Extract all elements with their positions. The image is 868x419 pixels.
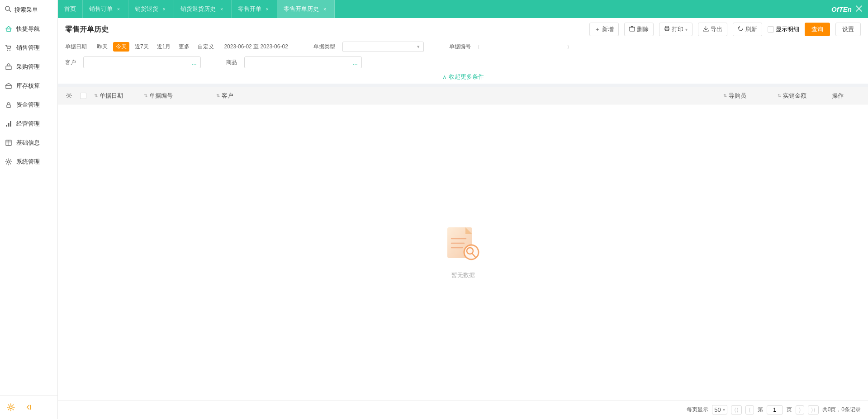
date-yesterday-btn[interactable]: 昨天: [94, 42, 110, 52]
tab-sales-order-close[interactable]: ×: [115, 6, 122, 12]
collapse-row: ∧ 收起更多条件: [65, 73, 861, 81]
tab-retail-open-history[interactable]: 零售开单历史 ×: [277, 0, 335, 18]
settings-footer-btn[interactable]: [5, 401, 17, 414]
svg-rect-19: [630, 27, 635, 31]
column-settings-btn[interactable]: [62, 92, 76, 99]
sidebar-item-label: 销售管理: [16, 44, 40, 52]
svg-point-14: [8, 161, 10, 163]
filter-row-1: 单据日期 昨天 今天 近7天 近1月 更多 自定义 2023-06-02 至 2…: [65, 42, 861, 52]
th-customer[interactable]: ⇅ 客户: [213, 92, 720, 100]
tab-sales-return-history[interactable]: 销货退货历史 ×: [174, 0, 232, 18]
table-header: ⇅ 单据日期 ⇅ 单据编号 ⇅ 客户 ⇅ 导购员 ⇅ 实销金额: [58, 87, 868, 104]
date-range-group: 昨天 今天 近7天 近1月 更多 自定义: [94, 42, 217, 52]
tab-retail-open-label: 零售开单: [238, 5, 261, 13]
main-content: 首页 销售订单 × 销货退货 × 销货退货历史 × 零售开单 × 零售开单历史 …: [58, 0, 868, 419]
th-amount[interactable]: ⇅ 实销金额: [774, 92, 828, 100]
lock-icon: [5, 101, 13, 109]
next-page-btn[interactable]: ⟩: [796, 405, 804, 414]
select-all-checkbox[interactable]: [76, 93, 90, 99]
svg-rect-24: [665, 29, 669, 31]
last-page-btn[interactable]: ⟩⟩: [808, 405, 819, 414]
show-detail-toggle[interactable]: 显示明细: [768, 25, 799, 33]
tab-retail-open[interactable]: 零售开单 ×: [232, 0, 277, 18]
bill-no-input[interactable]: [478, 45, 569, 49]
warehouse-icon: [5, 82, 13, 90]
goods-ellipsis-btn[interactable]: ...: [352, 59, 358, 66]
sidebar-search-label: 搜索采单: [14, 6, 38, 14]
date-more-btn[interactable]: 更多: [176, 42, 192, 52]
per-page-label: 每页显示: [687, 406, 708, 414]
table-icon: [5, 139, 13, 147]
th-billno[interactable]: ⇅ 单据编号: [140, 92, 213, 100]
show-detail-checkbox[interactable]: [768, 26, 774, 33]
query-btn[interactable]: 查询: [805, 23, 830, 36]
sidebar-item-sys-mgmt[interactable]: 系统管理: [0, 152, 57, 171]
filter-section: 零售开单历史 ＋ 新增 删除: [58, 18, 868, 84]
collapse-label: 收起更多条件: [449, 73, 484, 81]
sidebar-item-sales-mgmt[interactable]: 销售管理: [0, 38, 57, 57]
goods-input[interactable]: ...: [244, 56, 362, 68]
page-input[interactable]: [767, 405, 783, 414]
th-date[interactable]: ⇅ 单据日期: [90, 92, 140, 100]
print-chevron[interactable]: ▾: [685, 27, 688, 32]
filter-row-2: 客户 ... 商品 ...: [65, 56, 861, 68]
svg-rect-23: [665, 26, 669, 28]
tab-retail-open-history-close[interactable]: ×: [322, 6, 328, 12]
tab-sales-return-close[interactable]: ×: [161, 6, 167, 12]
th-date-label: 单据日期: [100, 92, 123, 100]
toolbar: ＋ 新增 删除 打印 ▾: [589, 23, 861, 36]
date-custom-btn[interactable]: 自定义: [195, 42, 217, 52]
tab-home[interactable]: 首页: [58, 0, 83, 18]
date-7days-btn[interactable]: 近7天: [132, 42, 152, 52]
refresh-btn[interactable]: 刷新: [733, 23, 762, 36]
tab-sales-order[interactable]: 销售订单 ×: [83, 0, 128, 18]
svg-point-3: [7, 50, 8, 51]
sidebar-search[interactable]: 搜索采单: [0, 0, 57, 19]
refresh-label: 刷新: [745, 25, 757, 33]
sidebar-item-finance[interactable]: 资金管理: [0, 95, 57, 114]
th-ops-label: 操作: [832, 92, 844, 100]
collapse-sidebar-btn[interactable]: [22, 401, 34, 414]
print-btn[interactable]: 打印 ▾: [659, 23, 693, 36]
collapse-btn[interactable]: ∧ 收起更多条件: [442, 73, 484, 81]
tab-retail-open-close[interactable]: ×: [264, 6, 270, 12]
th-guide[interactable]: ⇅ 导购员: [720, 92, 774, 100]
refresh-icon: [738, 26, 744, 33]
export-btn[interactable]: 导出: [698, 23, 727, 36]
per-page-chevron: ▾: [723, 407, 725, 412]
sidebar-item-purchase-mgmt[interactable]: 采购管理: [0, 57, 57, 76]
search-icon: [5, 5, 12, 14]
sidebar-item-base-info[interactable]: 基础信息: [0, 133, 57, 152]
settings-btn[interactable]: 设置: [835, 23, 861, 36]
svg-rect-9: [8, 123, 9, 127]
prev-page-btn[interactable]: ⟨: [745, 405, 754, 414]
bill-no-label: 单据编号: [449, 43, 471, 51]
cart-icon: [5, 44, 13, 52]
sort-icon: ⇅: [144, 93, 147, 98]
close-window-btn[interactable]: [855, 5, 863, 14]
date-today-btn[interactable]: 今天: [113, 42, 129, 52]
delete-btn[interactable]: 删除: [624, 23, 654, 36]
customer-input[interactable]: ...: [83, 56, 201, 68]
empty-text: 暂无数据: [451, 271, 475, 279]
goods-label: 商品: [226, 59, 237, 66]
sidebar-item-inventory[interactable]: 库存核算: [0, 76, 57, 95]
th-billno-label: 单据编号: [149, 92, 173, 100]
bill-type-select[interactable]: ▾: [342, 42, 424, 52]
tab-sales-return-history-close[interactable]: ×: [218, 6, 225, 12]
customer-ellipsis-btn[interactable]: ...: [191, 59, 197, 66]
svg-point-4: [9, 50, 10, 51]
per-page-select[interactable]: 50 ▾: [712, 405, 727, 414]
first-page-btn[interactable]: ⟨⟨: [731, 405, 742, 414]
add-btn[interactable]: ＋ 新增: [589, 23, 619, 36]
date-1month-btn[interactable]: 近1月: [154, 42, 174, 52]
export-icon: [703, 26, 709, 33]
page-label: 第: [758, 406, 763, 414]
sidebar-item-label: 库存核算: [16, 82, 40, 90]
sidebar-item-business[interactable]: 经营管理: [0, 114, 57, 133]
tabs-bar: 首页 销售订单 × 销货退货 × 销货退货历史 × 零售开单 × 零售开单历史 …: [58, 0, 868, 18]
tab-sales-return[interactable]: 销货退货 ×: [128, 0, 174, 18]
date-range-text: 2023-06-02 至 2023-06-02: [224, 43, 288, 51]
chevron-down-icon: ▾: [417, 44, 420, 50]
sidebar-item-quick-nav[interactable]: 快捷导航: [0, 19, 57, 38]
